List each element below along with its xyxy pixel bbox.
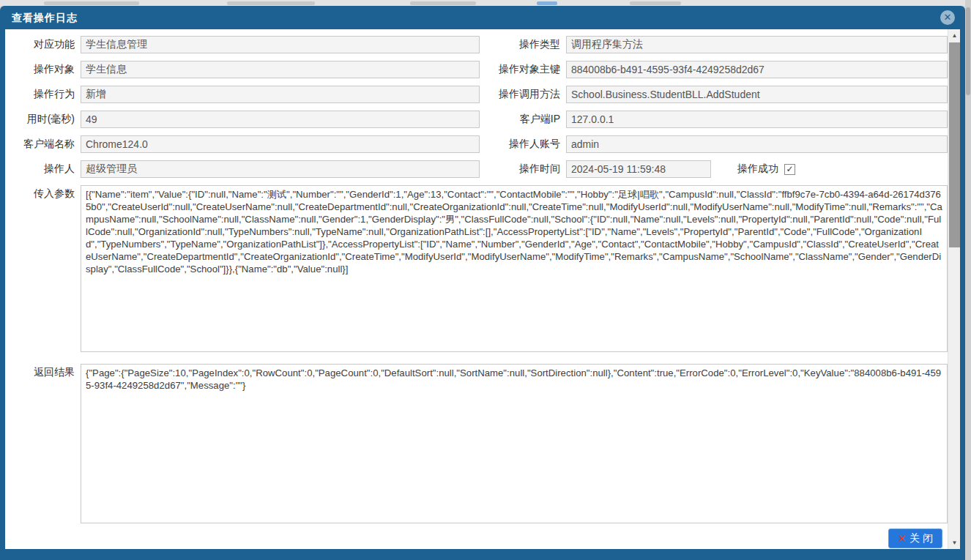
operation-time-field[interactable] — [566, 160, 711, 178]
field-label-return-result: 返回结果 — [5, 352, 81, 379]
elapsed-ms-field[interactable] — [81, 111, 480, 128]
scroll-up-icon[interactable]: ▲ — [948, 29, 961, 42]
dialog-scrollbar-thumb[interactable] — [949, 42, 960, 247]
page-scrollbar[interactable] — [965, 0, 971, 560]
background-blur — [537, 1, 557, 5]
field-label-operator: 操作人 — [5, 163, 81, 176]
operator-field[interactable] — [81, 160, 480, 178]
close-button-x-icon: ✕ — [898, 533, 906, 544]
field-label-client-ip: 客户端IP — [480, 113, 566, 126]
page-background: 查看操作日志 ✕ 对应功能 操作类型 操作对象 操作对象主键 — [0, 0, 971, 560]
return-result-block: 返回结果 {"Page":{"PageSize":10,"PageIndex":… — [5, 352, 948, 523]
invoked-method-field[interactable] — [566, 86, 948, 103]
background-blur — [227, 1, 315, 5]
form-row: 操作对象 操作对象主键 — [5, 61, 948, 78]
field-label-function: 对应功能 — [5, 38, 81, 51]
field-label-client-name: 客户端名称 — [5, 138, 81, 151]
operation-success-checkbox[interactable]: ✓ — [784, 164, 795, 175]
background-blur — [410, 1, 476, 5]
operator-account-field[interactable] — [566, 135, 948, 153]
field-label-input-params: 传入参数 — [5, 185, 81, 201]
background-page-sliver — [0, 0, 971, 6]
field-label-elapsed-ms: 用时(毫秒) — [5, 113, 81, 126]
function-field[interactable] — [81, 36, 480, 53]
field-label-object-key: 操作对象主键 — [480, 63, 566, 76]
operation-type-field[interactable] — [566, 36, 948, 53]
page-scrollbar-thumb[interactable] — [966, 7, 970, 95]
form-row: 操作行为 操作调用方法 — [5, 86, 948, 103]
client-name-field[interactable] — [81, 135, 480, 153]
return-result-textarea[interactable]: {"Page":{"PageSize":10,"PageIndex":0,"Ro… — [81, 364, 948, 523]
field-label-operation-type: 操作类型 — [480, 38, 566, 51]
operation-action-field[interactable] — [81, 86, 480, 103]
client-ip-field[interactable] — [566, 111, 948, 128]
dialog-scrollbar[interactable]: ▲ ▼ — [948, 29, 960, 549]
operation-object-field[interactable] — [81, 61, 480, 78]
dialog-close-icon[interactable]: ✕ — [940, 10, 955, 25]
view-operation-log-dialog: 查看操作日志 ✕ 对应功能 操作类型 操作对象 操作对象主键 — [0, 6, 965, 560]
dialog-content: 对应功能 操作类型 操作对象 操作对象主键 操作行为 操作调用方法 — [5, 29, 960, 549]
log-form: 对应功能 操作类型 操作对象 操作对象主键 操作行为 操作调用方法 — [5, 29, 948, 523]
field-label-operation-action: 操作行为 — [5, 88, 81, 101]
close-button[interactable]: ✕ 关 闭 — [888, 529, 942, 548]
operation-success-label: 操作成功 — [737, 163, 778, 176]
check-icon: ✓ — [786, 164, 793, 174]
scroll-down-icon[interactable]: ▼ — [948, 537, 961, 549]
form-row: 操作人 操作时间 操作成功 ✓ — [5, 160, 948, 178]
dialog-title: 查看操作日志 — [12, 12, 78, 25]
input-params-block: 传入参数 [{"Name":"item","Value":{"ID":null,… — [5, 185, 948, 352]
form-row: 用时(毫秒) 客户端IP — [5, 111, 948, 128]
background-blur — [630, 1, 681, 5]
form-row: 对应功能 操作类型 — [5, 36, 948, 53]
input-params-textarea[interactable]: [{"Name":"item","Value":{"ID":null,"Name… — [81, 185, 948, 352]
dialog-titlebar: 查看操作日志 ✕ — [0, 6, 965, 29]
object-key-field[interactable] — [566, 61, 948, 78]
field-label-operation-object: 操作对象 — [5, 63, 81, 76]
close-button-label: 关 闭 — [909, 532, 933, 545]
background-blur — [44, 1, 139, 5]
field-label-operator-account: 操作人账号 — [480, 138, 566, 151]
close-x-icon: ✕ — [944, 12, 952, 23]
form-row: 客户端名称 操作人账号 — [5, 135, 948, 153]
field-label-operation-time: 操作时间 — [480, 163, 566, 176]
field-label-invoked-method: 操作调用方法 — [480, 88, 566, 101]
